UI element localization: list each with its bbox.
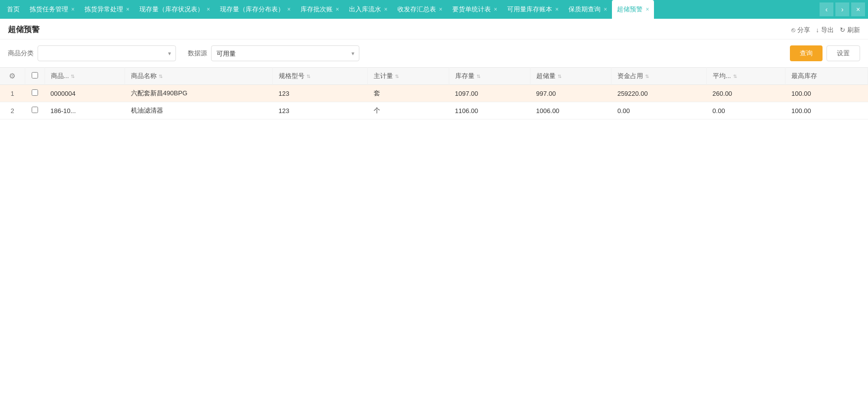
sort-icon[interactable]: ⇅ <box>306 74 310 79</box>
nav-next-button[interactable]: › <box>835 2 849 16</box>
row-capital: 259220.00 <box>611 85 706 102</box>
table-wrapper: ⚙ 商品...⇅ 商品名称⇅ 规格型号⇅ 主计量⇅ <box>0 67 868 119</box>
col-avg-header: 平均...⇅ <box>706 68 785 85</box>
col-overstock-header: 超储量⇅ <box>530 68 611 85</box>
nav-summary[interactable]: 收发存汇总表 × <box>392 0 447 19</box>
topbar: 首页 拣货任务管理 × 拣货异常处理 × 现存量（库存状况表） × 现存量（库存… <box>0 0 868 19</box>
table-row: 1 0000004 六配套新昌490BPG 123 套 1097.00 997.… <box>0 85 868 102</box>
table-header-row: ⚙ 商品...⇅ 商品名称⇅ 规格型号⇅ 主计量⇅ <box>0 68 868 85</box>
data-table: ⚙ 商品...⇅ 商品名称⇅ 规格型号⇅ 主计量⇅ <box>0 67 868 119</box>
sort-icon[interactable]: ⇅ <box>733 74 737 79</box>
col-spec-header: 规格型号⇅ <box>273 68 368 85</box>
data-source-filter: 数据源 可用量 <box>188 45 359 61</box>
sort-icon[interactable]: ⇅ <box>395 74 399 79</box>
nav-prev-button[interactable]: ‹ <box>820 2 833 16</box>
table-body: 1 0000004 六配套新昌490BPG 123 套 1097.00 997.… <box>0 85 868 119</box>
row-checkbox[interactable] <box>32 107 38 113</box>
close-icon[interactable]: × <box>207 6 210 13</box>
close-icon[interactable]: × <box>336 6 339 13</box>
header-actions: ⎋ 分享 ↓ 导出 ↻ 刷新 <box>791 26 861 35</box>
close-icon[interactable]: × <box>384 6 388 13</box>
nav-close-all-button[interactable]: × <box>851 2 865 16</box>
close-icon[interactable]: × <box>126 6 130 13</box>
page-header: 超储预警 ⎋ 分享 ↓ 导出 ↻ 刷新 <box>0 19 868 40</box>
close-icon[interactable]: × <box>71 6 75 13</box>
share-button[interactable]: ⎋ 分享 <box>791 26 810 35</box>
row-index: 1 <box>0 85 25 102</box>
nav-exception[interactable]: 拣货异常处理 × <box>80 0 134 19</box>
row-avg: 260.00 <box>706 85 785 102</box>
table-row: 2 186-10... 机油滤清器 123 个 1106.00 1006.00 … <box>0 102 868 119</box>
filter-actions: 查询 设置 <box>790 45 860 61</box>
product-category-label: 商品分类 <box>8 49 34 58</box>
row-stock: 1106.00 <box>449 102 530 119</box>
nav-inventory-dist[interactable]: 现存量（库存分布表） × <box>215 0 296 19</box>
share-icon: ⎋ <box>791 26 795 34</box>
page-wrapper: 超储预警 ⎋ 分享 ↓ 导出 ↻ 刷新 商品分类 <box>0 19 868 395</box>
col-capital-header: 资金占用⇅ <box>611 68 706 85</box>
close-icon[interactable]: × <box>287 6 291 13</box>
col-settings: ⚙ <box>0 68 25 85</box>
col-unit-header: 主计量⇅ <box>368 68 449 85</box>
close-icon[interactable]: × <box>646 6 649 13</box>
row-overstock: 1006.00 <box>530 102 611 119</box>
col-stock-header: 库存量⇅ <box>449 68 530 85</box>
nav-expiry-query[interactable]: 保质期查询 × <box>564 0 612 19</box>
settings-button[interactable]: 设置 <box>826 45 860 61</box>
nav-batch-account[interactable]: 库存批次账 × <box>296 0 344 19</box>
sort-icon[interactable]: ⇅ <box>71 74 75 79</box>
row-max-stock: 100.00 <box>785 102 868 119</box>
filter-area: 商品分类 数据源 可用量 查询 设置 <box>0 40 868 67</box>
nav-overstock-warning[interactable]: 超储预警 × <box>612 0 654 19</box>
close-icon[interactable]: × <box>494 6 497 13</box>
nav-arrows: ‹ › × <box>819 2 866 16</box>
export-button[interactable]: ↓ 导出 <box>816 26 834 35</box>
data-source-label: 数据源 <box>188 49 207 58</box>
sort-icon[interactable]: ⇅ <box>477 74 480 79</box>
nav-task-mgmt[interactable]: 拣货任务管理 × <box>25 0 80 19</box>
refresh-button[interactable]: ↻ 刷新 <box>840 26 860 35</box>
row-capital: 0.00 <box>611 102 706 119</box>
nav-in-out-flow[interactable]: 出入库流水 × <box>344 0 392 19</box>
col-product-code-header: 商品...⇅ <box>44 68 125 85</box>
row-product-name: 机油滤清器 <box>125 102 273 119</box>
sort-icon[interactable]: ⇅ <box>159 74 163 79</box>
page-title: 超储预警 <box>8 25 40 35</box>
data-source-select[interactable]: 可用量 <box>211 45 359 61</box>
row-max-stock: 100.00 <box>785 85 868 102</box>
query-button[interactable]: 查询 <box>790 45 823 61</box>
row-product-code: 186-10... <box>44 102 125 119</box>
row-spec: 123 <box>273 85 368 102</box>
row-spec: 123 <box>273 102 368 119</box>
product-category-filter: 商品分类 <box>8 45 176 61</box>
close-icon[interactable]: × <box>555 6 559 13</box>
close-icon[interactable]: × <box>604 6 607 13</box>
nav-home[interactable]: 首页 <box>2 0 25 19</box>
nav-available-stock[interactable]: 可用量库存账本 × <box>502 0 564 19</box>
row-checkbox-cell <box>25 85 44 102</box>
row-product-name: 六配套新昌490BPG <box>125 85 273 102</box>
product-category-select-wrapper <box>38 45 176 61</box>
sort-icon[interactable]: ⇅ <box>645 74 649 79</box>
row-unit: 个 <box>368 102 449 119</box>
row-product-code: 0000004 <box>44 85 125 102</box>
data-source-select-wrapper: 可用量 <box>211 45 359 61</box>
row-checkbox[interactable] <box>32 89 38 96</box>
col-max-stock-header: 最高库存 <box>785 68 868 85</box>
col-product-name-header: 商品名称⇅ <box>125 68 273 85</box>
nav-inventory-status[interactable]: 现存量（库存状况表） × <box>134 0 215 19</box>
select-all-checkbox[interactable] <box>32 72 38 79</box>
close-icon[interactable]: × <box>439 6 442 13</box>
row-stock: 1097.00 <box>449 85 530 102</box>
refresh-icon: ↻ <box>840 26 845 34</box>
sort-icon[interactable]: ⇅ <box>558 74 562 79</box>
row-unit: 套 <box>368 85 449 102</box>
export-icon: ↓ <box>816 26 820 34</box>
product-category-select[interactable] <box>38 45 176 61</box>
nav-order-stats[interactable]: 要货单统计表 × <box>447 0 502 19</box>
row-checkbox-cell <box>25 102 44 119</box>
column-settings-button[interactable]: ⚙ <box>9 72 15 80</box>
row-avg: 0.00 <box>706 102 785 119</box>
col-checkbox-header <box>25 68 44 85</box>
row-index: 2 <box>0 102 25 119</box>
